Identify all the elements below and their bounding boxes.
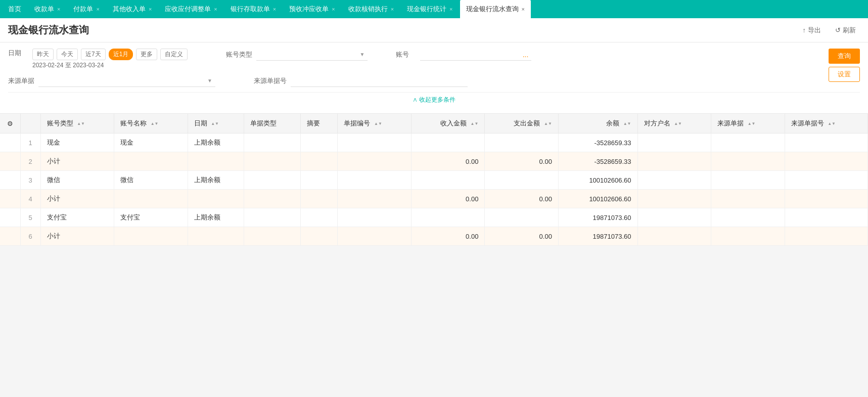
counterpart-cell — [637, 171, 711, 190]
table-row: 2小计0.000.00-3528659.33 — [0, 152, 868, 171]
date-btn-today[interactable]: 今天 — [57, 49, 78, 60]
nav-tab-预收冲应收单[interactable]: 预收冲应收单 × — [283, 0, 341, 18]
date-cell: 上期余额 — [188, 208, 244, 227]
col-header-doc-type: 单据类型 — [244, 114, 301, 134]
date-btn-more[interactable]: 更多 — [136, 49, 157, 60]
close-tab-icon[interactable]: × — [96, 6, 99, 12]
export-button[interactable]: ↑ 导出 — [799, 24, 826, 37]
summary-cell — [300, 190, 338, 208]
close-tab-icon[interactable]: × — [214, 6, 217, 12]
col-header-balance[interactable]: 余额 ▲▼ — [558, 114, 637, 134]
sort-icon: ▲▼ — [748, 121, 756, 126]
nav-tab-付款单[interactable]: 付款单 × — [67, 0, 105, 18]
nav-tab-收款单[interactable]: 收款单 × — [28, 0, 66, 18]
collapse-icon: ∧ — [413, 96, 418, 103]
nav-tab-现金银行统计[interactable]: 现金银行统计 × — [401, 0, 459, 18]
doc-num-cell — [338, 208, 412, 227]
close-tab-icon[interactable]: × — [273, 6, 276, 12]
doc-num-cell — [338, 227, 412, 246]
doc-type-cell — [244, 208, 301, 227]
table-row: 4小计0.000.00100102606.60 — [0, 190, 868, 208]
source-doc-dropdown-icon[interactable]: ▼ — [204, 78, 215, 83]
col-header-date[interactable]: 日期 ▲▼ — [188, 114, 244, 134]
col-header-source-doc[interactable]: 来源单据 ▲▼ — [711, 114, 785, 134]
refresh-button[interactable]: ↺ 刷新 — [831, 24, 860, 37]
sort-icon: ▲▼ — [374, 121, 382, 126]
search-button[interactable]: 查询 — [829, 49, 860, 64]
source-doc-num-input[interactable] — [291, 75, 468, 86]
nav-tab-收款核销执行[interactable]: 收款核销执行 × — [342, 0, 400, 18]
doc-type-cell — [244, 134, 301, 152]
close-tab-icon[interactable]: × — [149, 6, 152, 12]
account-name-cell: 现金 — [114, 134, 188, 152]
date-range: 2023-02-24 至 2023-03-24 — [32, 61, 188, 70]
doc-type-cell — [244, 152, 301, 171]
col-header-counterpart[interactable]: 对方户名 ▲▼ — [637, 114, 711, 134]
close-tab-icon[interactable]: × — [391, 6, 394, 12]
source-doc-cell — [711, 208, 785, 227]
account-name-cell: 支付宝 — [114, 208, 188, 227]
account-name-cell — [114, 190, 188, 208]
account-more-icon[interactable]: ... — [520, 51, 532, 59]
top-navigation: 首页 收款单 × 付款单 × 其他收入单 × 应收应付调整单 × 银行存取款单 … — [0, 0, 868, 18]
sort-icon: ▲▼ — [471, 121, 479, 126]
date-cell — [188, 152, 244, 171]
expense-cell — [485, 134, 559, 152]
settings-cell — [0, 152, 20, 171]
account-label: 账号 — [396, 50, 416, 59]
nav-tab-其他收入单[interactable]: 其他收入单 × — [107, 0, 158, 18]
close-tab-icon[interactable]: × — [522, 6, 525, 12]
date-btn-7days[interactable]: 近7天 — [81, 49, 106, 60]
sort-icon: ▲▼ — [623, 121, 631, 126]
filter-area: 日期 昨天 今天 近7天 近1月 更多 自定义 2023-02-24 至 202… — [0, 42, 868, 114]
summary-cell — [300, 171, 338, 190]
account-input[interactable] — [420, 49, 519, 60]
account-type-cell: 支付宝 — [40, 208, 114, 227]
col-header-doc-num[interactable]: 单据编号 ▲▼ — [338, 114, 412, 134]
nav-tab-银行存取款单[interactable]: 银行存取款单 × — [224, 0, 282, 18]
close-tab-icon[interactable]: × — [332, 6, 335, 12]
collapse-bar[interactable]: ∧ 收起更多条件 — [8, 92, 860, 107]
close-tab-icon[interactable]: × — [449, 6, 452, 12]
account-type-cell: 小计 — [40, 190, 114, 208]
settings-button[interactable]: 设置 — [829, 67, 860, 82]
close-tab-icon[interactable]: × — [57, 6, 60, 12]
expense-cell: 0.00 — [485, 227, 559, 246]
source-doc-input[interactable] — [38, 75, 204, 86]
nav-tab-现金银行流水查询[interactable]: 现金银行流水查询 × — [460, 0, 531, 18]
header-actions: ↑ 导出 ↺ 刷新 — [799, 24, 860, 37]
date-btn-custom[interactable]: 自定义 — [160, 49, 188, 60]
summary-cell — [300, 152, 338, 171]
row-num-cell: 1 — [20, 134, 40, 152]
doc-type-cell — [244, 171, 301, 190]
expense-cell: 0.00 — [485, 190, 559, 208]
balance-cell: 19871073.60 — [558, 208, 637, 227]
account-type-dropdown-icon[interactable]: ▼ — [356, 52, 368, 57]
settings-cell — [0, 171, 20, 190]
date-btn-1month[interactable]: 近1月 — [109, 49, 133, 60]
refresh-icon: ↺ — [835, 26, 841, 34]
row-num-cell: 4 — [20, 190, 40, 208]
table-row: 6小计0.000.0019871073.60 — [0, 227, 868, 246]
source-doc-num-cell — [785, 134, 867, 152]
source-doc-num-cell — [785, 152, 867, 171]
account-type-input[interactable] — [256, 49, 356, 60]
sort-icon: ▲▼ — [211, 121, 219, 126]
settings-column-header[interactable]: ⚙ — [0, 114, 20, 134]
sort-icon: ▲▼ — [674, 121, 682, 126]
date-label: 日期 — [8, 49, 28, 58]
nav-home[interactable]: 首页 — [2, 0, 27, 18]
balance-cell: -3528659.33 — [558, 152, 637, 171]
account-type-cell: 小计 — [40, 152, 114, 171]
col-header-expense[interactable]: 支出金额 ▲▼ — [485, 114, 559, 134]
nav-tab-应收应付调整单[interactable]: 应收应付调整单 × — [159, 0, 223, 18]
expense-cell — [485, 171, 559, 190]
table-settings-icon[interactable]: ⚙ — [7, 120, 13, 127]
date-btn-yesterday[interactable]: 昨天 — [32, 49, 54, 60]
col-header-income[interactable]: 收入金额 ▲▼ — [411, 114, 485, 134]
doc-num-cell — [338, 171, 412, 190]
col-header-account-type[interactable]: 账号类型 ▲▼ — [40, 114, 114, 134]
col-header-account-name[interactable]: 账号名称 ▲▼ — [114, 114, 188, 134]
income-cell — [411, 134, 485, 152]
col-header-source-doc-num[interactable]: 来源单据号 ▲▼ — [785, 114, 867, 134]
